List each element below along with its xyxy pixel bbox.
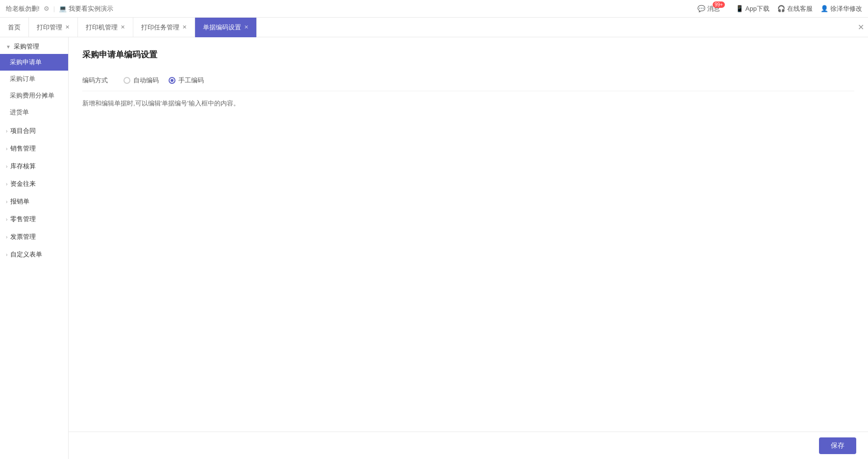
content-area: 采购申请单编码设置 编码方式 自动编码 手工编码 新增和编辑单据时,可以编辑'单… bbox=[69, 37, 868, 459]
service-icon: 🎧 bbox=[777, 5, 785, 12]
encoding-label: 编码方式 bbox=[82, 76, 112, 85]
auto-code-label: 自动编码 bbox=[133, 76, 159, 85]
message-badge: 99+ bbox=[713, 1, 725, 8]
sidebar: ▼ 采购管理 采购申请单 采购订单 采购费用分摊单 进货单 › 项目合同 bbox=[0, 37, 69, 459]
app-icon: 📱 bbox=[736, 5, 744, 12]
radio-group: 自动编码 手工编码 bbox=[124, 76, 204, 85]
top-bar: 给老板勿删! ⚙ | 💻 我要看实例演示 💬 消息 99+ 📱 App下载 🎧 … bbox=[0, 0, 868, 18]
sidebar-item-purchase-order[interactable]: 采购订单 bbox=[0, 71, 68, 87]
tab-bar: 首页 打印管理 ✕ 打印机管理 ✕ 打印任务管理 ✕ 单据编码设置 ✕ ✕ bbox=[0, 18, 868, 37]
tab-voucher-code-settings-close[interactable]: ✕ bbox=[244, 24, 248, 30]
main-layout: ▼ 采购管理 采购申请单 采购订单 采购费用分摊单 进货单 › 项目合同 bbox=[0, 37, 868, 459]
top-bar-left: 给老板勿删! ⚙ | 💻 我要看实例演示 bbox=[6, 4, 113, 13]
sidebar-group-project-label: 项目合同 bbox=[10, 127, 36, 135]
sidebar-group-retail-label: 零售管理 bbox=[10, 215, 36, 224]
message-button[interactable]: 💬 消息 99+ bbox=[697, 4, 720, 13]
save-button[interactable]: 保存 bbox=[819, 437, 856, 454]
sidebar-group-expense: › 报销单 bbox=[0, 192, 68, 209]
tab-print-management[interactable]: 打印管理 ✕ bbox=[29, 18, 78, 37]
page-title: 采购申请单编码设置 bbox=[82, 49, 854, 60]
sidebar-item-purchase-expense[interactable]: 采购费用分摊单 bbox=[0, 87, 68, 104]
sidebar-group-procurement-title[interactable]: ▼ 采购管理 bbox=[0, 37, 68, 54]
sidebar-group-capital: › 资金往来 bbox=[0, 175, 68, 191]
user-menu[interactable]: 👤 徐泽华修改 bbox=[820, 4, 862, 13]
tab-printer-management[interactable]: 打印机管理 ✕ bbox=[78, 18, 133, 37]
sidebar-group-sales-title[interactable]: › 销售管理 bbox=[0, 139, 68, 156]
manual-code-label: 手工编码 bbox=[178, 76, 204, 85]
sidebar-group-inventory-label: 库存核算 bbox=[10, 162, 36, 171]
settings-icon[interactable]: ⚙ bbox=[44, 5, 50, 12]
tab-print-job-management-close[interactable]: ✕ bbox=[182, 24, 187, 30]
demo-icon: 💻 bbox=[59, 5, 67, 12]
expand-arrow-sales: › bbox=[6, 146, 7, 152]
tab-print-management-close[interactable]: ✕ bbox=[65, 24, 70, 30]
close-all-icon[interactable]: ✕ bbox=[858, 23, 864, 32]
tab-print-management-label: 打印管理 bbox=[37, 23, 62, 32]
collapse-arrow-procurement: ▼ bbox=[6, 44, 11, 50]
demo-text: 我要看实例演示 bbox=[69, 4, 113, 13]
expand-arrow-invoice: › bbox=[6, 234, 7, 240]
sidebar-group-project-title[interactable]: › 项目合同 bbox=[0, 122, 68, 138]
hint-text: 新增和编辑单据时,可以编辑'单据编号'输入框中的内容。 bbox=[82, 99, 854, 108]
sidebar-group-retail: › 零售管理 bbox=[0, 210, 68, 227]
sidebar-group-custom-form-label: 自定义表单 bbox=[10, 250, 42, 259]
sidebar-group-expense-label: 报销单 bbox=[10, 197, 29, 206]
radio-manual-code[interactable]: 手工编码 bbox=[169, 76, 204, 85]
radio-auto-code[interactable]: 自动编码 bbox=[124, 76, 159, 85]
sidebar-group-inventory-title[interactable]: › 库存核算 bbox=[0, 157, 68, 174]
tab-voucher-code-settings-label: 单据编码设置 bbox=[203, 23, 241, 32]
user-icon: 👤 bbox=[820, 5, 828, 12]
content-main: 采购申请单编码设置 编码方式 自动编码 手工编码 新增和编辑单据时,可以编辑'单… bbox=[69, 37, 868, 432]
expand-arrow-inventory: › bbox=[6, 164, 7, 169]
online-service-button[interactable]: 🎧 在线客服 bbox=[777, 4, 813, 13]
app-download-button[interactable]: 📱 App下载 bbox=[736, 4, 769, 13]
bottom-bar: 保存 bbox=[69, 432, 868, 459]
tab-print-job-management[interactable]: 打印任务管理 ✕ bbox=[133, 18, 195, 37]
encoding-row: 编码方式 自动编码 手工编码 bbox=[82, 70, 854, 91]
tab-voucher-code-settings[interactable]: 单据编码设置 ✕ bbox=[195, 18, 257, 37]
sidebar-group-sales: › 销售管理 bbox=[0, 139, 68, 156]
username: 徐泽华修改 bbox=[830, 4, 862, 13]
sidebar-group-invoice: › 发票管理 bbox=[0, 228, 68, 244]
tab-printer-management-close[interactable]: ✕ bbox=[121, 24, 125, 30]
sidebar-group-expense-title[interactable]: › 报销单 bbox=[0, 192, 68, 209]
sidebar-group-inventory: › 库存核算 bbox=[0, 157, 68, 174]
tab-printer-management-label: 打印机管理 bbox=[86, 23, 118, 32]
sidebar-group-capital-title[interactable]: › 资金往来 bbox=[0, 175, 68, 191]
message-icon: 💬 bbox=[697, 5, 705, 12]
sidebar-group-custom-form: › 自定义表单 bbox=[0, 245, 68, 262]
tab-bar-right: ✕ bbox=[257, 23, 868, 32]
sidebar-group-procurement-label: 采购管理 bbox=[14, 42, 39, 51]
radio-manual-code-circle bbox=[169, 77, 175, 84]
sidebar-group-retail-title[interactable]: › 零售管理 bbox=[0, 210, 68, 227]
sidebar-item-stock-in[interactable]: 进货单 bbox=[0, 104, 68, 121]
online-service-label: 在线客服 bbox=[787, 4, 813, 13]
brand-text: 给老板勿删! bbox=[6, 4, 40, 13]
sidebar-group-capital-label: 资金往来 bbox=[10, 179, 36, 188]
expand-arrow-retail: › bbox=[6, 217, 7, 222]
sidebar-item-purchase-request[interactable]: 采购申请单 bbox=[0, 54, 68, 71]
sidebar-group-invoice-label: 发票管理 bbox=[10, 232, 36, 241]
demo-area[interactable]: 💻 我要看实例演示 bbox=[59, 4, 113, 13]
app-download-label: App下载 bbox=[745, 4, 769, 13]
sidebar-group-invoice-title[interactable]: › 发票管理 bbox=[0, 228, 68, 244]
tab-print-job-management-label: 打印任务管理 bbox=[141, 23, 179, 32]
tab-home-label: 首页 bbox=[8, 23, 21, 32]
expand-arrow-project: › bbox=[6, 128, 7, 134]
expand-arrow-expense: › bbox=[6, 199, 7, 204]
tab-home[interactable]: 首页 bbox=[0, 18, 29, 37]
sidebar-group-project: › 项目合同 bbox=[0, 122, 68, 138]
top-bar-right: 💬 消息 99+ 📱 App下载 🎧 在线客服 👤 徐泽华修改 bbox=[697, 4, 862, 13]
expand-arrow-custom-form: › bbox=[6, 252, 7, 257]
radio-auto-code-circle bbox=[124, 77, 130, 84]
sidebar-group-custom-form-title[interactable]: › 自定义表单 bbox=[0, 245, 68, 262]
expand-arrow-capital: › bbox=[6, 181, 7, 187]
sidebar-group-sales-label: 销售管理 bbox=[10, 144, 36, 153]
sidebar-group-procurement: ▼ 采购管理 采购申请单 采购订单 采购费用分摊单 进货单 bbox=[0, 37, 68, 121]
